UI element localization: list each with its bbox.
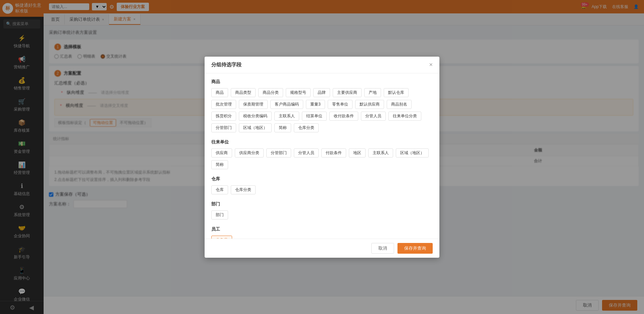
- field-tag-retail-unit[interactable]: 零售单位: [328, 100, 353, 109]
- section-goods-tags: 商品 商品类型 商品分类 规格型号 品牌 主要供应商 产地 默认仓库 批次管理 …: [211, 88, 433, 132]
- field-tag-batch[interactable]: 批次管理: [211, 100, 236, 109]
- field-tag-region[interactable]: 区域（地区）: [239, 123, 272, 132]
- section-goods-title: 商品: [211, 79, 433, 85]
- field-tag-default-warehouse[interactable]: 默认仓库: [384, 88, 409, 97]
- modal-overlay: 分组待选字段 × 商品 商品 商品类型 商品分类 规格型号 品牌 主要供应商 产…: [0, 0, 644, 314]
- field-tag-goods-type[interactable]: 商品类型: [231, 88, 256, 97]
- section-staff: 员工 业务员: [211, 226, 433, 239]
- section-staff-tags: 业务员: [211, 236, 433, 239]
- field-tag-supplier[interactable]: 供应商: [211, 148, 232, 158]
- modal-footer: 取消 保存并查询: [205, 239, 439, 258]
- section-staff-title: 员工: [211, 226, 433, 232]
- field-tag-origin[interactable]: 产地: [364, 88, 381, 97]
- field-tag-area[interactable]: 地区: [349, 148, 366, 158]
- field-tag-warehouse[interactable]: 仓库: [211, 185, 228, 194]
- field-tag-warehouse-cat[interactable]: 仓库分类: [231, 185, 256, 194]
- modal-cancel-button[interactable]: 取消: [371, 243, 394, 254]
- section-partner-tags: 供应商 供应商分类 分管部门 分管人员 付款条件 地区 主联系人 区域（地区） …: [211, 148, 433, 169]
- section-warehouse: 仓库 仓库 仓库分类: [211, 176, 433, 194]
- field-tag-partner-manager[interactable]: 分管人员: [294, 148, 319, 158]
- field-tag-payment-terms[interactable]: 收付款条件: [329, 112, 358, 121]
- field-tag-default-supplier[interactable]: 默认供应商: [355, 100, 384, 109]
- field-tag-goods-alias[interactable]: 商品别名: [387, 100, 412, 109]
- modal-header: 分组待选字段 ×: [205, 57, 439, 73]
- field-tag-settlement-unit[interactable]: 结算单位: [302, 112, 327, 121]
- section-department: 部门 部门: [211, 201, 433, 219]
- field-tag-manager[interactable]: 分管人员: [361, 112, 386, 121]
- field-tag-supplier-category[interactable]: 供应商分类: [235, 148, 264, 158]
- field-tag-main-contact[interactable]: 主联系人: [274, 112, 299, 121]
- field-tag-payment-cond[interactable]: 付款条件: [321, 148, 346, 158]
- field-tag-pick-points[interactable]: 拣货积分: [211, 112, 236, 121]
- field-tag-main-supplier[interactable]: 主要供应商: [333, 88, 362, 97]
- field-tag-partner-contact[interactable]: 主联系人: [368, 148, 393, 158]
- section-goods: 商品 商品 商品类型 商品分类 规格型号 品牌 主要供应商 产地 默认仓库 批次…: [211, 79, 433, 132]
- modal-body: 商品 商品 商品类型 商品分类 规格型号 品牌 主要供应商 产地 默认仓库 批次…: [205, 73, 439, 239]
- field-tag-partner-region[interactable]: 区域（地区）: [396, 148, 429, 158]
- field-tag-unit-category[interactable]: 往来单位分类: [388, 112, 421, 121]
- section-department-title: 部门: [211, 201, 433, 207]
- section-warehouse-tags: 仓库 仓库分类: [211, 185, 433, 194]
- field-tag-brand[interactable]: 品牌: [313, 88, 330, 97]
- field-tag-goods[interactable]: 商品: [211, 88, 228, 97]
- field-tag-short-name[interactable]: 简称: [274, 123, 291, 132]
- section-partner: 往来单位 供应商 供应商分类 分管部门 分管人员 付款条件 地区 主联系人 区域…: [211, 139, 433, 169]
- field-tag-warehouse-category[interactable]: 仓库分类: [294, 123, 319, 132]
- modal-close-button[interactable]: ×: [429, 61, 433, 68]
- modal-confirm-button[interactable]: 保存并查询: [397, 243, 433, 254]
- field-select-modal: 分组待选字段 × 商品 商品 商品类型 商品分类 规格型号 品牌 主要供应商 产…: [205, 57, 439, 258]
- field-tag-weight[interactable]: 重量3: [306, 100, 325, 109]
- field-tag-partner-short[interactable]: 简称: [211, 160, 228, 169]
- modal-title: 分组待选字段: [211, 62, 241, 68]
- field-tag-spec[interactable]: 规格型号: [286, 88, 311, 97]
- field-tag-dept[interactable]: 分管部门: [211, 123, 236, 132]
- field-tag-tax-code[interactable]: 税收分类编码: [239, 112, 272, 121]
- section-partner-title: 往来单位: [211, 139, 433, 145]
- section-department-tags: 部门: [211, 210, 433, 219]
- field-tag-expiry[interactable]: 保质期管理: [239, 100, 268, 109]
- field-tag-department[interactable]: 部门: [211, 210, 228, 219]
- field-tag-goods-category[interactable]: 商品分类: [258, 88, 283, 97]
- section-warehouse-title: 仓库: [211, 176, 433, 182]
- field-tag-customer-code[interactable]: 客户商品编码: [270, 100, 303, 109]
- field-tag-salesperson[interactable]: 业务员: [211, 236, 232, 239]
- field-tag-partner-dept[interactable]: 分管部门: [266, 148, 291, 158]
